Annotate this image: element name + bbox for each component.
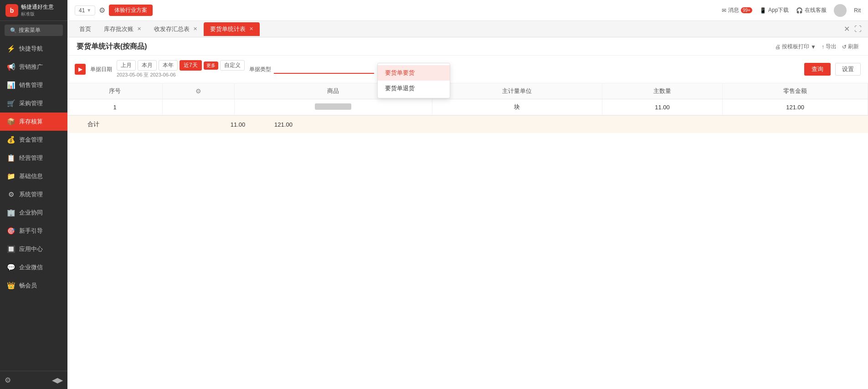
brand-text: 畅捷通好生意 标准版 xyxy=(21,4,54,17)
promo-button[interactable]: 体验行业方案 xyxy=(109,5,153,16)
tab-receipt-summary[interactable]: 收发存汇总表✕ xyxy=(148,22,204,36)
phone-icon: 📱 xyxy=(760,7,766,14)
sidebar-item-sales[interactable]: 📊销售管理 xyxy=(0,76,67,94)
topbar-left: 41 ▼ ⚙ 体验行业方案 xyxy=(75,5,153,16)
dropdown-option-order-purchase[interactable]: 要货单要货 xyxy=(378,65,450,81)
sidebar-bottom: ⚙ ◀▶ xyxy=(0,371,67,389)
tab-close-icon[interactable]: ✕ xyxy=(193,26,197,32)
date-custom-btn[interactable]: 自定义 xyxy=(220,60,245,71)
footer-total-label: 合计 xyxy=(87,120,124,128)
cell-seq-0: 1 xyxy=(67,99,163,115)
date-btn-last-month[interactable]: 上月 xyxy=(117,60,136,71)
type-filter-label: 单据类型 xyxy=(249,66,271,73)
table-row: 1块11.00121.00 xyxy=(67,99,868,115)
date-more-badge[interactable]: 更多 xyxy=(204,61,218,70)
table-settings-icon[interactable]: ⚙ xyxy=(195,87,201,95)
filter-settings-button[interactable]: 设置 xyxy=(835,63,861,76)
query-button[interactable]: 查询 xyxy=(804,63,831,76)
topbar: 41 ▼ ⚙ 体验行业方案 ✉ 消息 99+ 📱 App下载 🎧 在线客服 Ri… xyxy=(67,0,868,21)
table-footer: 合计 11.00 121.00 xyxy=(67,115,868,133)
sidebar-item-finance[interactable]: 💰资金管理 xyxy=(0,131,67,149)
print-action[interactable]: 🖨 按模板打印 ▼ xyxy=(775,43,816,51)
user-name: Rit xyxy=(854,7,861,14)
sidebar-item-wechat[interactable]: 💬企业微信 xyxy=(0,258,67,276)
date-filter-group: 上月本月本年近7天更多自定义 2023-05-06 至 2023-06-06 xyxy=(117,60,245,78)
tab-close-all-icon[interactable]: ✕ xyxy=(843,24,851,34)
sidebar-item-quick-nav[interactable]: ⚡快捷导航 xyxy=(0,40,67,58)
date-buttons: 上月本月本年近7天更多自定义 xyxy=(117,60,245,71)
tab-label: 要货单统计表 xyxy=(210,25,246,33)
sidebar-item-basic[interactable]: 📁基础信息 xyxy=(0,167,67,185)
tab-expand-icon[interactable]: ⛶ xyxy=(853,24,863,34)
topbar-gear-icon[interactable]: ⚙ xyxy=(99,6,105,15)
main-content: 41 ▼ ⚙ 体验行业方案 ✉ 消息 99+ 📱 App下载 🎧 在线客服 Ri… xyxy=(67,0,868,389)
sidebar-item-label: 新手引导 xyxy=(19,227,43,235)
sidebar-item-purchase[interactable]: 🛒采购管理 xyxy=(0,94,67,113)
tab-batch-account[interactable]: 库存批次账✕ xyxy=(98,22,148,36)
purchase-icon: 🛒 xyxy=(6,99,15,108)
table-body: 1块11.00121.00 xyxy=(67,99,868,115)
refresh-icon: ↺ xyxy=(842,44,847,50)
message-icon: ✉ xyxy=(722,7,726,14)
cell-goods-0 xyxy=(234,99,432,115)
sidebar-item-corp[interactable]: 🏢企业协同 xyxy=(0,204,67,222)
date-btn-this-month[interactable]: 本月 xyxy=(138,60,157,71)
export-action[interactable]: ↑ 导出 xyxy=(822,43,837,51)
date-filter-label: 单据日期 xyxy=(90,66,112,73)
sidebar-item-label: 畅会员 xyxy=(19,282,37,290)
sidebar-item-guide[interactable]: 🎯新手引导 xyxy=(0,222,67,240)
wechat-icon: 💬 xyxy=(6,263,15,272)
messages-item[interactable]: ✉ 消息 99+ xyxy=(722,6,752,14)
guide-icon: 🎯 xyxy=(6,226,15,235)
app-download-item[interactable]: 📱 App下载 xyxy=(760,6,789,14)
export-icon: ↑ xyxy=(822,44,824,50)
table-container: 序号⚙商品主计量单位主数量零售金额 1块11.00121.00 xyxy=(67,83,868,115)
cell-settings-0 xyxy=(163,99,234,115)
operations-icon: 📋 xyxy=(6,154,15,163)
sidebar-item-system[interactable]: ⚙系统管理 xyxy=(0,185,67,204)
table-header-row: 序号⚙商品主计量单位主数量零售金额 xyxy=(67,83,868,99)
footer-values: 11.00 121.00 xyxy=(124,121,306,128)
sidebar-item-member[interactable]: 👑畅会员 xyxy=(0,276,67,295)
user-avatar[interactable] xyxy=(834,4,847,17)
tab-close-icon[interactable]: ✕ xyxy=(137,26,141,32)
sidebar-nav: ⚡快捷导航📢营销推广📊销售管理🛒采购管理📦库存核算💰资金管理📋经营管理📁基础信息… xyxy=(0,40,67,371)
page-header: 要货单统计表(按商品) 🖨 按模板打印 ▼ ↑ 导出 ↺ 刷新 xyxy=(67,37,868,56)
sidebar-search[interactable]: 🔍 搜索菜单 xyxy=(5,25,63,36)
date-range-display: 2023-05-06 至 2023-06-06 xyxy=(117,72,245,78)
sidebar-item-label: 基础信息 xyxy=(19,172,43,180)
collapse-toggle-icon[interactable]: ◀▶ xyxy=(52,376,63,384)
online-service-item[interactable]: 🎧 在线客服 xyxy=(796,6,827,14)
refresh-action[interactable]: ↺ 刷新 xyxy=(842,43,859,51)
settings-bottom-icon[interactable]: ⚙ xyxy=(5,376,11,384)
tab-label: 首页 xyxy=(79,25,91,33)
sidebar-item-operations[interactable]: 📋经营管理 xyxy=(0,149,67,167)
col-header-qty: 主数量 xyxy=(602,83,723,99)
sidebar-item-apps[interactable]: 🔲应用中心 xyxy=(0,240,67,258)
tabbar: 首页库存批次账✕收发存汇总表✕要货单统计表✕✕⛶ xyxy=(67,21,868,37)
messages-badge: 99+ xyxy=(741,7,752,13)
date-btn-this-year[interactable]: 本年 xyxy=(159,60,178,71)
quick-nav-icon: ⚡ xyxy=(6,44,15,53)
tab-home[interactable]: 首页 xyxy=(73,22,98,36)
sidebar-item-label: 系统管理 xyxy=(19,190,43,199)
sidebar-item-label: 企业协同 xyxy=(19,209,43,217)
sidebar-item-label: 采购管理 xyxy=(19,99,43,107)
tab-close-icon[interactable]: ✕ xyxy=(249,26,253,32)
sidebar-item-label: 经营管理 xyxy=(19,154,43,162)
col-header-amount: 零售金额 xyxy=(723,83,868,99)
sidebar-item-label: 营销推广 xyxy=(19,63,43,71)
type-filter-input[interactable] xyxy=(274,65,374,74)
sidebar-item-marketing[interactable]: 📢营销推广 xyxy=(0,58,67,76)
tabbar-right: ✕⛶ xyxy=(843,24,863,34)
tab-order-stats[interactable]: 要货单统计表✕ xyxy=(204,22,260,36)
company-selector[interactable]: 41 ▼ xyxy=(75,5,95,15)
date-btn-last-7[interactable]: 近7天 xyxy=(180,60,202,71)
sidebar-item-inventory[interactable]: 📦库存核算 xyxy=(0,113,67,131)
page-header-actions: 🖨 按模板打印 ▼ ↑ 导出 ↺ 刷新 xyxy=(775,43,859,51)
dropdown-option-order-return[interactable]: 要货单退货 xyxy=(378,81,450,96)
footer-qty: 11.00 xyxy=(215,121,261,128)
col-header-settings[interactable]: ⚙ xyxy=(163,83,234,99)
search-icon: 🔍 xyxy=(10,27,17,34)
filter-expand-button[interactable]: ▶ xyxy=(75,64,86,75)
